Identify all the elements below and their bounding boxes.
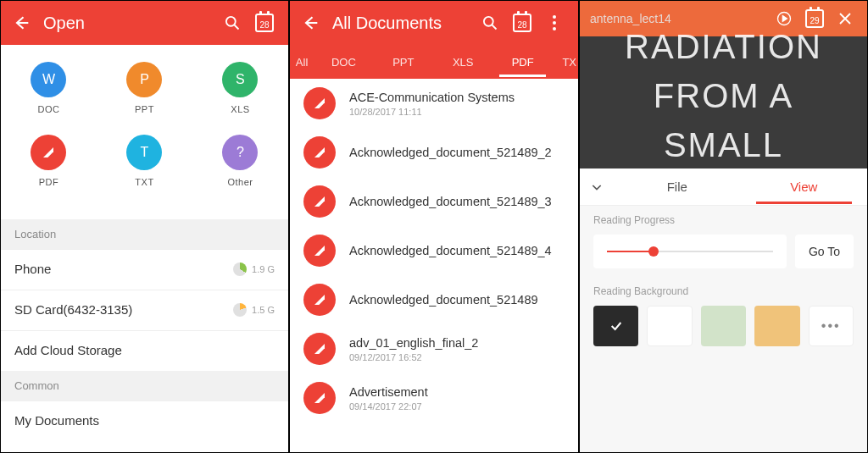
type-label: DOC — [38, 104, 60, 114]
tab-txt[interactable]: TX — [553, 47, 578, 77]
type-label: Other — [227, 177, 253, 187]
type-xls[interactable]: S XLS — [192, 62, 288, 114]
slider-fill — [607, 251, 654, 252]
calendar-badge: 29 — [805, 9, 824, 28]
calendar-badge: 28 — [513, 14, 531, 32]
reader-screen: antenna_lect14 29 RADIATION FROM A SMALL… — [579, 0, 868, 453]
bg-swatch-green[interactable] — [701, 306, 746, 346]
list-item[interactable]: Acknowledged_document_521489 — [290, 275, 578, 324]
type-label: TXT — [135, 177, 153, 187]
doc-title: adv_01_english_final_2 — [349, 335, 565, 351]
storage-size: 1.5 G — [252, 305, 275, 315]
more-icon[interactable] — [542, 15, 566, 30]
progress-slider[interactable] — [593, 235, 787, 268]
calendar-icon[interactable]: 28 — [253, 14, 276, 32]
bg-swatch-tan[interactable] — [754, 306, 799, 346]
pdf-icon — [303, 284, 336, 316]
pdf-icon — [303, 185, 336, 218]
doc-meta: 09/12/2017 16:52 — [349, 352, 565, 362]
xls-icon: S — [222, 62, 258, 97]
open-screen: Open 28 W DOC P PPT S XLS PDF T TXT — [0, 0, 289, 453]
all-docs-title: All Documents — [322, 14, 478, 33]
search-icon[interactable] — [478, 14, 502, 31]
list-item[interactable]: Acknowledged_document_521489_4 — [290, 226, 578, 275]
list-item[interactable]: adv_01_english_final_2 09/12/2017 16:52 — [290, 324, 578, 373]
location-phone[interactable]: Phone 1.9 G — [1, 249, 288, 290]
tab-pdf[interactable]: PDF — [492, 47, 552, 77]
storage-pie-icon — [233, 262, 247, 276]
list-item[interactable]: Advertisement 09/14/2017 22:07 — [290, 373, 578, 423]
location-label: Phone — [14, 262, 233, 276]
svg-point-0 — [226, 17, 236, 26]
type-ppt[interactable]: P PPT — [97, 62, 192, 114]
pdf-icon — [303, 136, 336, 168]
go-to-button[interactable]: Go To — [795, 235, 854, 268]
open-title: Open — [33, 14, 220, 33]
doc-filename: antenna_lect14 — [590, 12, 772, 25]
play-icon[interactable] — [772, 10, 796, 27]
all-docs-header: All Documents 28 — [290, 1, 578, 45]
svg-point-2 — [553, 15, 556, 19]
txt-icon: T — [126, 135, 162, 170]
type-label: XLS — [231, 104, 249, 114]
ppt-icon: P — [126, 62, 162, 97]
other-icon: ? — [222, 135, 258, 170]
open-header: Open 28 — [1, 1, 288, 45]
doc-line: FROM A — [590, 79, 857, 113]
bg-swatch-dark[interactable] — [593, 306, 638, 346]
slider-thumb[interactable] — [648, 246, 659, 257]
documents-list[interactable]: ACE-Communication Systems 10/28/2017 11:… — [290, 79, 578, 452]
pdf-icon — [31, 135, 66, 170]
list-item[interactable]: Acknowledged_document_521489_3 — [290, 177, 578, 226]
list-item[interactable]: Acknowledged_document_521489_2 — [290, 128, 578, 177]
my-documents[interactable]: My Documents — [1, 401, 288, 441]
type-doc[interactable]: W DOC — [1, 62, 97, 114]
all-documents-screen: All Documents 28 All DOC PPT XLS PDF TX … — [289, 0, 579, 453]
back-icon[interactable] — [302, 14, 322, 31]
storage-pie-icon — [233, 303, 247, 317]
pdf-icon — [303, 333, 336, 365]
pdf-icon — [303, 87, 336, 119]
chevron-down-icon[interactable] — [580, 180, 614, 194]
doc-meta: 10/28/2017 11:11 — [349, 107, 565, 117]
tab-view[interactable]: View — [741, 170, 868, 203]
svg-point-1 — [484, 17, 493, 26]
bg-swatch-white[interactable] — [647, 306, 692, 346]
calendar-icon[interactable]: 29 — [803, 9, 826, 28]
calendar-badge: 28 — [255, 14, 274, 32]
filter-tabs: All DOC PPT XLS PDF TX — [290, 45, 578, 79]
type-txt[interactable]: T TXT — [97, 135, 192, 187]
document-viewport[interactable]: RADIATION FROM A SMALL — [580, 36, 867, 168]
calendar-icon[interactable]: 28 — [510, 14, 534, 32]
storage-size: 1.9 G — [252, 264, 275, 274]
tab-xls[interactable]: XLS — [433, 47, 492, 77]
doc-title: Advertisement — [349, 384, 565, 400]
type-label: PPT — [135, 104, 154, 114]
back-icon[interactable] — [13, 14, 33, 31]
doc-title: Acknowledged_document_521489_4 — [349, 243, 565, 258]
doc-icon: W — [31, 62, 66, 97]
section-location: Location — [1, 219, 288, 249]
pdf-icon — [303, 235, 336, 267]
reading-background-section: Reading Background ••• — [580, 277, 867, 355]
doc-title: Acknowledged_document_521489 — [349, 292, 565, 307]
type-other[interactable]: ? Other — [192, 135, 288, 187]
location-sdcard[interactable]: SD Card(6432-3135) 1.5 G — [1, 290, 288, 330]
section-common: Common — [1, 371, 288, 401]
tab-all[interactable]: All — [290, 47, 314, 77]
tab-ppt[interactable]: PPT — [374, 47, 433, 77]
reading-background-label: Reading Background — [593, 285, 854, 297]
tab-doc[interactable]: DOC — [314, 47, 373, 77]
add-cloud-label: Add Cloud Storage — [14, 343, 275, 357]
bg-swatch-more[interactable]: ••• — [809, 306, 854, 346]
list-item[interactable]: ACE-Communication Systems 10/28/2017 11:… — [290, 79, 578, 128]
close-icon[interactable] — [833, 11, 857, 26]
search-icon[interactable] — [220, 14, 244, 31]
doc-line: RADIATION — [590, 30, 857, 64]
tab-file[interactable]: File — [614, 170, 741, 203]
pdf-icon — [303, 382, 336, 414]
type-pdf[interactable]: PDF — [1, 135, 97, 187]
add-cloud-storage[interactable]: Add Cloud Storage — [1, 330, 288, 371]
doc-title: ACE-Communication Systems — [349, 90, 565, 105]
type-label: PDF — [39, 177, 59, 187]
